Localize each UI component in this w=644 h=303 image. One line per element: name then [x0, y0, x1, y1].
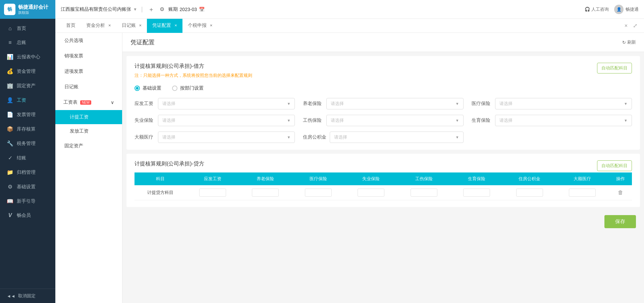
app-logo-icon: 畅 — [4, 4, 15, 15]
select-medical[interactable]: 请选择 ▼ — [495, 98, 632, 109]
debit-section: 计提核算规则(公司承担)-借方 注：只能选择一种方式，系统将按照您当前的选择来配… — [126, 56, 640, 150]
inventory-icon: 📦 — [7, 126, 13, 132]
input-medical[interactable] — [305, 189, 332, 197]
sidebar-item-vip[interactable]: V 畅会员 — [0, 208, 55, 222]
sidebar-item-invoice[interactable]: 📄 发票管理 — [0, 107, 55, 122]
table-row: 计提贷方科目 🗑 — [135, 185, 632, 200]
tab-close-button[interactable]: × — [210, 23, 213, 28]
tab-journal[interactable]: 日记账 × — [116, 19, 147, 33]
nav-item-purchase-invoice[interactable]: 进项发票 — [55, 64, 122, 79]
dropdown-icon: ▼ — [133, 7, 137, 12]
field-large-medical: 大额医疗 请选择 ▼ — [135, 132, 295, 143]
sidebar-item-reports[interactable]: 📊 云报表中心 — [0, 50, 55, 64]
nav-item-fixed-assets[interactable]: 固定资产 — [55, 138, 122, 154]
close-all-tabs-button[interactable]: × — [623, 21, 629, 30]
company-selector[interactable]: 江西服宝精品有限责任公司内账张 ▼ — [61, 6, 137, 12]
expand-tabs-button[interactable]: ⤢ — [632, 21, 639, 30]
select-large-medical[interactable]: 请选择 ▼ — [158, 132, 295, 143]
radio-basic-settings[interactable]: 基础设置 — [135, 85, 161, 91]
cell-pension — [239, 185, 292, 200]
nav-item-salary-sheet[interactable]: 工资表 NEW ∨ — [55, 95, 122, 110]
radio-dept-settings[interactable]: 按部门设置 — [172, 85, 204, 91]
select-housing-fund[interactable]: 请选择 ▼ — [330, 132, 463, 143]
auto-match-credit-button[interactable]: 自动匹配科目 — [597, 160, 632, 171]
input-gross-salary[interactable] — [199, 189, 226, 197]
tab-close-button[interactable]: × — [139, 23, 142, 28]
col-housing-fund: 住房公积金 — [503, 172, 556, 185]
col-maternity: 生育保险 — [450, 172, 503, 185]
settings-gear-icon[interactable]: ⚙ — [160, 6, 164, 12]
input-maternity[interactable] — [463, 189, 490, 197]
select-injury[interactable]: 请选择 ▼ — [326, 115, 463, 126]
sidebar-item-inventory[interactable]: 📦 库存核算 — [0, 122, 55, 136]
new-badge: NEW — [80, 100, 91, 105]
tabbar-actions: × ⤢ — [623, 21, 639, 30]
select-gross-salary[interactable]: 请选择 ▼ — [158, 98, 295, 109]
tab-close-button[interactable]: × — [174, 23, 177, 28]
field-label: 失业保险 — [135, 117, 155, 123]
tab-voucher-config[interactable]: 凭证配置 × — [147, 19, 182, 33]
tax-icon: 🔧 — [7, 140, 13, 147]
radio-group: 基础设置 按部门设置 — [135, 85, 632, 91]
cell-large-medical — [556, 185, 609, 200]
sidebar-item-settings[interactable]: ⚙ 基础设置 — [0, 180, 55, 194]
radio-circle-basic — [135, 86, 140, 91]
chevron-down-icon: ▼ — [455, 118, 459, 122]
main-area: 江西服宝精品有限责任公司内账张 ▼ | ＋ ⚙ 账期 2023-03 📅 🎧 人… — [55, 0, 644, 303]
col-large-medical: 大额医疗 — [556, 172, 609, 185]
user-menu[interactable]: 👤 畅捷通 — [614, 5, 639, 14]
refresh-button[interactable]: ↻ 刷新 — [622, 39, 636, 45]
headset-icon: 🎧 — [585, 7, 590, 12]
sidebar-item-archive[interactable]: 📁 归档管理 — [0, 165, 55, 180]
col-gross-salary: 应发工资 — [186, 172, 239, 185]
sidebar-item-home[interactable]: ⌂ 首页 — [0, 21, 55, 36]
cell-injury — [397, 185, 450, 200]
sidebar-item-ledger[interactable]: ≡ 总账 — [0, 36, 55, 50]
chevron-down-icon: ▼ — [287, 118, 290, 122]
tab-label: 资金分析 — [86, 22, 105, 29]
period-selector[interactable]: 账期 2023-03 📅 — [168, 6, 205, 12]
nav-item-sales-invoice[interactable]: 销项发票 — [55, 48, 122, 64]
input-housing-fund[interactable] — [516, 189, 543, 197]
add-company-button[interactable]: ＋ — [147, 4, 156, 15]
sidebar-item-label: 畅会员 — [17, 212, 31, 218]
sidebar-item-salary[interactable]: 👤 工资 — [0, 93, 55, 107]
chevron-down-icon: ∨ — [111, 100, 114, 105]
input-injury[interactable] — [411, 189, 437, 197]
refresh-icon: ↻ — [622, 40, 626, 45]
nav-item-journal[interactable]: 日记账 — [55, 79, 122, 95]
sidebar-item-label: 发票管理 — [17, 112, 36, 118]
delete-row-button[interactable]: 🗑 — [618, 190, 623, 196]
select-pension[interactable]: 请选择 ▼ — [326, 98, 463, 109]
sidebar-item-label: 云报表中心 — [17, 54, 40, 60]
select-maternity[interactable]: 请选择 ▼ — [495, 115, 632, 126]
tab-home[interactable]: 首页 — [61, 19, 81, 33]
support-button[interactable]: 🎧 人工咨询 — [585, 6, 609, 12]
sidebar-item-funds[interactable]: 💰 资金管理 — [0, 64, 55, 79]
tab-funds-analysis[interactable]: 资金分析 × — [81, 19, 116, 33]
sidebar-item-guide[interactable]: 📖 新手引导 — [0, 194, 55, 208]
input-large-medical[interactable] — [569, 189, 596, 197]
sidebar-item-closing[interactable]: ✓ 结账 — [0, 151, 55, 165]
sidebar-item-assets[interactable]: 🏢 固定资产 — [0, 79, 55, 93]
tab-tax-report[interactable]: 个税申报 × — [182, 19, 218, 33]
input-pension[interactable] — [252, 189, 279, 197]
credit-table-head: 科目 应发工资 养老保险 医疗保险 失业保险 工伤保险 生育保险 住房公积金 大… — [135, 172, 632, 185]
credit-section-title: 计提核算规则(公司承担)-贷方 — [135, 160, 204, 167]
cancel-pin-button[interactable]: ◄◄ 取消固定 — [0, 289, 55, 303]
select-unemployment[interactable]: 请选择 ▼ — [158, 115, 295, 126]
nav-item-pay-salary[interactable]: 发放工资 — [55, 124, 122, 138]
credit-table-wrap: 科目 应发工资 养老保险 医疗保险 失业保险 工伤保险 生育保险 住房公积金 大… — [135, 172, 632, 200]
save-button[interactable]: 保存 — [604, 215, 636, 228]
sidebar-item-tax[interactable]: 🔧 税务管理 — [0, 136, 55, 151]
credit-table-body: 计提贷方科目 🗑 — [135, 185, 632, 200]
input-unemployment[interactable] — [358, 189, 384, 197]
nav-item-public[interactable]: 公共选项 — [55, 33, 122, 48]
nav-item-accrue-salary[interactable]: 计提工资 — [55, 110, 122, 124]
field-maternity: 生育保险 请选择 ▼ — [472, 115, 632, 126]
company-name: 江西服宝精品有限责任公司内账张 — [61, 6, 131, 12]
tab-close-button[interactable]: × — [108, 23, 111, 28]
sidebar-item-label: 资金管理 — [17, 68, 36, 74]
main-content: 凭证配置 ↻ 刷新 计提核算规则(公司承担)-借方 注：只能选择一种方式，系统将… — [122, 33, 644, 303]
auto-match-debit-button[interactable]: 自动匹配科目 — [597, 63, 632, 73]
